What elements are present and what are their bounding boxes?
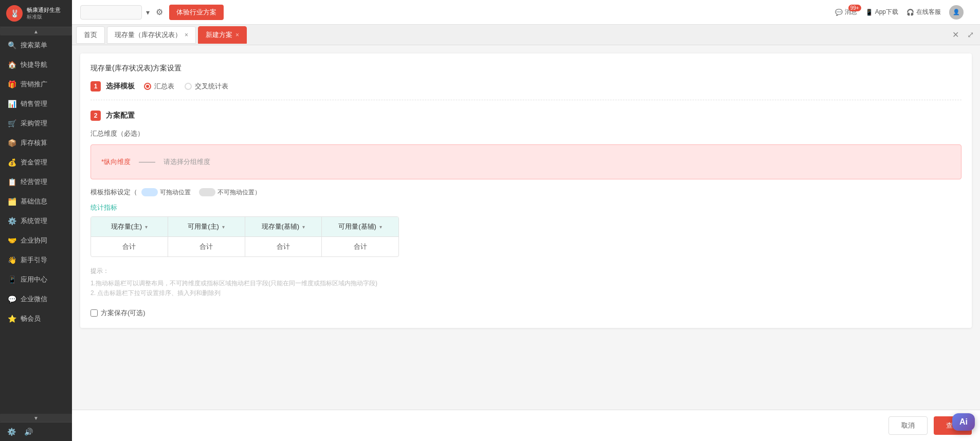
sidebar-item-purchase[interactable]: 🛒 采购管理 (0, 114, 72, 133)
inventory-status-tab-close[interactable]: × (185, 31, 188, 39)
sidebar-item-marketing[interactable]: 🎁 营销推广 (0, 75, 72, 94)
gift-icon: 🎁 (7, 80, 16, 89)
draggable-indicator (141, 188, 158, 196)
sidebar-item-quick-nav[interactable]: 🏠 快捷导航 (0, 55, 72, 75)
phone-download-icon: 📱 (865, 9, 873, 16)
tab-new-plan[interactable]: 新建方案 × (198, 26, 247, 44)
close-panel-btn[interactable]: ✕ (950, 28, 961, 42)
sidebar-item-label: 采购管理 (21, 119, 47, 128)
app-download-btn[interactable]: 📱 App下载 (865, 8, 898, 16)
summary-dim-label: 汇总维度（必选） (90, 129, 961, 138)
messages-btn[interactable]: 💬 消息 99+ (835, 8, 857, 16)
sidebar-scroll-up[interactable]: ▲ (0, 27, 72, 35)
sidebar-item-basic-info[interactable]: 🗂️ 基础信息 (0, 192, 72, 211)
handshake-icon: 🤝 (7, 236, 16, 245)
cancel-button[interactable]: 取消 (888, 416, 928, 435)
step1-header: 1 选择模板 汇总表 交叉统计表 (90, 81, 961, 91)
sidebar-item-cooperation[interactable]: 🤝 企业协同 (0, 231, 72, 250)
app-download-label: App下载 (875, 8, 898, 16)
dim-arrow: —— (139, 157, 155, 167)
chevron-down-icon-2: ▾ (302, 224, 305, 230)
header-right: 💬 消息 99+ 📱 App下载 🎧 在线客服 👤 (835, 5, 972, 20)
sidebar-scroll-down[interactable]: ▼ (0, 414, 72, 422)
save-checkbox[interactable] (90, 309, 98, 317)
draggable-label: 可拖动位置 (160, 188, 191, 197)
step2-badge: 2 (90, 111, 101, 121)
sidebar-item-search-menu[interactable]: 🔍 搜索菜单 (0, 35, 72, 55)
inventory-status-tab-label: 现存量（库存状况表） (115, 30, 182, 40)
tab-home[interactable]: 首页 (76, 26, 105, 44)
sidebar-item-newbie[interactable]: 👋 新手引导 (0, 250, 72, 270)
draggable-toggle[interactable]: 可拖动位置 (141, 188, 191, 197)
search-dropdown-btn[interactable]: ▾ (146, 8, 150, 16)
tips-section: 提示： 1.拖动标题栏可以调整布局，不可跨维度或指标区域拖动栏目字段(只能在同一… (90, 267, 961, 298)
sidebar-item-label: 经营管理 (21, 177, 47, 187)
chevron-down-icon-1: ▾ (222, 224, 225, 230)
money-icon: 💰 (7, 158, 16, 167)
folder-icon: 🗂️ (7, 197, 16, 206)
radio-summary-dot (144, 83, 151, 90)
save-label: 方案保存(可选) (101, 308, 146, 318)
box-icon: 📦 (7, 138, 16, 148)
tips-title: 提示： (90, 267, 961, 275)
home-icon: 🏠 (7, 60, 16, 69)
stats-header-cell-3[interactable]: 可用量(基辅) ▾ (322, 217, 398, 236)
headset-icon: 🎧 (906, 9, 914, 16)
radio-cross[interactable]: 交叉统计表 (185, 82, 228, 91)
search-menu-icon: 🔍 (7, 41, 16, 50)
app-name-block: 畅康通好生意 标准版 (27, 6, 61, 21)
try-industry-btn[interactable]: 体验行业方案 (169, 5, 224, 20)
sidebar-item-finance[interactable]: 💰 资金管理 (0, 153, 72, 172)
dim-required-label: *纵向维度 (101, 157, 131, 167)
sidebar-nav: 🔍 搜索菜单 🏠 快捷导航 🎁 营销推广 📊 销售管理 🛒 采购管理 📦 库存核… (0, 35, 72, 414)
stats-header-label-2: 现存量(基辅) (262, 222, 300, 231)
settings-icon[interactable]: ⚙️ (7, 428, 16, 436)
stats-table: 现存量(主) ▾ 可用量(主) ▾ 现存量(基辅) ▾ (90, 216, 399, 257)
dim-placeholder: 请选择分组维度 (164, 157, 210, 167)
dim-box[interactable]: *纵向维度 —— 请选择分组维度 (90, 144, 961, 179)
sidebar-item-label: 畅会员 (21, 314, 41, 323)
search-input[interactable] (80, 5, 142, 20)
sidebar-item-sales[interactable]: 📊 销售管理 (0, 94, 72, 114)
chat-icon: 💬 (7, 295, 16, 304)
tabs-bar: 首页 现存量（库存状况表） × 新建方案 × ✕ ⤢ (72, 25, 980, 45)
home-tab-label: 首页 (84, 30, 97, 40)
online-service-btn[interactable]: 🎧 在线客服 (906, 8, 941, 16)
step1-title: 选择模板 (106, 82, 135, 91)
sidebar-item-label: 系统管理 (21, 216, 47, 226)
non-draggable-toggle[interactable]: 不可拖动位置） (199, 188, 261, 197)
main-area: ▾ ⚙ 体验行业方案 💬 消息 99+ 📱 App下载 🎧 在线客服 👤 (72, 0, 980, 441)
sidebar-item-label: 企业微信 (21, 295, 47, 304)
sidebar-item-operation[interactable]: 📋 经营管理 (0, 172, 72, 192)
stats-header-cell-1[interactable]: 可用量(主) ▾ (168, 217, 245, 236)
avatar[interactable]: 👤 (949, 5, 964, 20)
sidebar-bottom: ⚙️ 🔊 (0, 422, 72, 441)
indicator-label-text: 模板指标设定（ (90, 188, 137, 197)
stats-cell-1: 合计 (168, 237, 245, 256)
stats-header-label-1: 可用量(主) (188, 222, 219, 231)
sidebar-logo: 🐰 畅康通好生意 标准版 (0, 0, 72, 27)
sidebar-item-wechat[interactable]: 💬 企业微信 (0, 289, 72, 309)
sound-icon[interactable]: 🔊 (24, 428, 33, 436)
sidebar-item-app-center[interactable]: 📱 应用中心 (0, 270, 72, 289)
new-plan-tab-close[interactable]: × (235, 31, 239, 39)
top-header: ▾ ⚙ 体验行业方案 💬 消息 99+ 📱 App下载 🎧 在线客服 👤 (72, 0, 980, 25)
stats-header-cell-2[interactable]: 现存量(基辅) ▾ (245, 217, 322, 236)
stats-table-body: 合计 合计 合计 合计 (91, 237, 398, 256)
wave-icon: 👋 (7, 255, 16, 265)
radio-summary[interactable]: 汇总表 (144, 82, 174, 91)
sidebar-item-inventory[interactable]: 📦 库存核算 (0, 133, 72, 153)
expand-panel-btn[interactable]: ⤢ (965, 28, 976, 42)
tab-inventory-status[interactable]: 现存量（库存状况表） × (107, 26, 196, 44)
stats-header-cell-0[interactable]: 现存量(主) ▾ (91, 217, 168, 236)
save-section: 方案保存(可选) (90, 308, 961, 318)
template-radio-group: 汇总表 交叉统计表 (144, 82, 228, 91)
message-icon: 💬 (835, 9, 843, 16)
sidebar-item-member[interactable]: ⭐ 畅会员 (0, 309, 72, 328)
radio-cross-dot (185, 83, 192, 90)
header-gear-btn[interactable]: ⚙ (154, 5, 165, 19)
ai-float-button[interactable]: Ai (952, 413, 975, 431)
sidebar-item-system[interactable]: ⚙️ 系统管理 (0, 211, 72, 231)
radio-cross-label: 交叉统计表 (195, 82, 228, 91)
step2-header: 2 方案配置 (90, 111, 961, 121)
